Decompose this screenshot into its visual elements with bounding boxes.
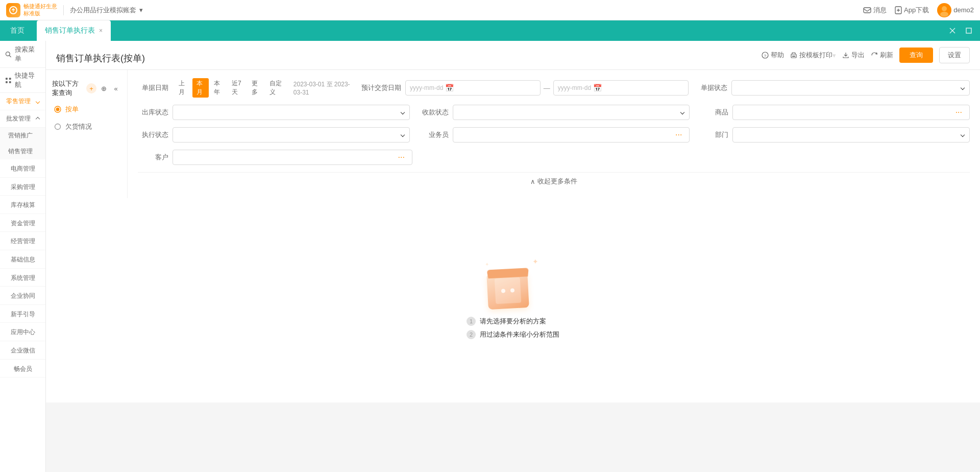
sidebar-item-wholesale[interactable]: 批发管理 [0, 110, 45, 128]
sidebar-item-ecommerce[interactable]: 电商管理 [0, 159, 45, 178]
print-button-group: 按模板打印 ▾ [790, 51, 836, 60]
sidebar-item-basic-info[interactable]: 基础信息 [0, 250, 45, 269]
filter-panel: 按以下方案查询 + ⊕ « 按单 欠货情况 [46, 70, 980, 198]
sidebar-search-label: 搜索菜单 [15, 45, 40, 63]
filter-add-scheme-icon[interactable]: + [86, 83, 96, 93]
sidebar-search[interactable]: 搜索菜单 [0, 41, 45, 68]
page-title: 销售订单执行表(按单) [56, 52, 145, 64]
date-tab-本月[interactable]: 本月 [192, 78, 209, 98]
date-tab-上月[interactable]: 上月 [175, 78, 191, 98]
select-dropdown-icon [400, 110, 404, 114]
filter-goods-item: 商品 ··· [698, 105, 970, 120]
empty-tips: 1 请先选择要分析的方案 2 用过滤条件来缩小分析范围 [467, 317, 559, 343]
filter-salesman-label: 业务员 [418, 130, 449, 139]
tab-close-icon[interactable]: × [99, 27, 103, 34]
print-button[interactable]: 按模板打印 [790, 51, 832, 60]
filter-salesman-select[interactable]: ··· [453, 127, 690, 143]
query-button[interactable]: 查询 [899, 48, 933, 63]
filter-date-label: 单据日期 [138, 83, 168, 92]
sidebar-sub-marketing[interactable]: 营销推广 [0, 128, 45, 144]
select-dropdown-icon [400, 133, 404, 137]
sidebar-sub-sales-mgmt[interactable]: 销售管理 [0, 144, 45, 159]
filter-forecast-start[interactable]: yyyy-mm-dd 📅 [405, 80, 541, 96]
empty-illustration: ✦ ✦ [482, 257, 544, 309]
sidebar-item-corp-wechat[interactable]: 企业微信 [0, 341, 45, 360]
svg-point-3 [942, 6, 947, 11]
filter-collapse-button[interactable]: ∧ 收起更多条件 [138, 172, 970, 190]
export-button[interactable]: 导出 [842, 51, 865, 60]
customer-more-icon[interactable]: ··· [396, 153, 407, 162]
filter-delivery-item: 出库状态 [138, 105, 410, 120]
chevron-icon [36, 99, 40, 103]
empty-tip-1: 1 请先选择要分析的方案 [467, 317, 559, 326]
svg-text:?: ? [764, 54, 767, 58]
sidebar-item-app-center[interactable]: 应用中心 [0, 323, 45, 341]
settings-button[interactable]: 设置 [939, 47, 970, 63]
tab-home[interactable]: 首页 [0, 20, 35, 41]
help-button[interactable]: ? 帮助 [762, 51, 784, 60]
filter-dept-item: 部门 [698, 127, 970, 143]
tab-close-window-icon[interactable] [945, 23, 960, 38]
salesman-more-icon[interactable]: ··· [673, 130, 684, 139]
topbar: 畅捷通好生意 标准版 办公用品行业模拟账套 ▾ 消息 App下载 demo2 [0, 0, 980, 20]
svg-rect-11 [9, 78, 11, 80]
tab-active[interactable]: 销售订单执行表 × [37, 20, 111, 41]
filter-payment-select[interactable] [453, 105, 690, 120]
filter-conditions: 单据日期 上月 本月 本年 近7天 更多 自定义 2023-03-01 至 20… [128, 70, 980, 198]
svg-rect-13 [9, 81, 11, 83]
svg-point-8 [6, 52, 10, 56]
svg-rect-10 [6, 78, 8, 80]
filter-forecast-label: 预计交货日期 [360, 83, 401, 92]
filter-exec-select[interactable] [173, 127, 410, 143]
filter-row-3: 执行状态 业务员 ··· [138, 127, 970, 143]
filter-goods-select[interactable]: ··· [732, 105, 970, 120]
filter-order-status-item: 单据状态 [697, 80, 970, 96]
message-button[interactable]: 消息 [863, 6, 887, 15]
filter-collapse-icon[interactable]: « [111, 83, 121, 93]
svg-rect-12 [6, 81, 8, 83]
filter-scheme-header: 按以下方案查询 + ⊕ « [46, 76, 127, 101]
goods-more-icon[interactable]: ··· [953, 108, 964, 117]
date-tab-自定义[interactable]: 自定义 [265, 78, 286, 98]
svg-point-19 [56, 108, 60, 111]
filter-delivery-select[interactable] [173, 105, 410, 120]
filter-dept-select[interactable] [732, 127, 970, 143]
filter-customer-label: 客户 [138, 153, 168, 162]
calendar-icon-start[interactable]: 📅 [445, 84, 454, 92]
filter-dept-label: 部门 [698, 130, 728, 139]
date-range-text: 2023-03-01 至 2023-03-31 [293, 80, 352, 96]
sidebar-item-newbie[interactable]: 新手引导 [0, 305, 45, 323]
scheme-item-欠货情况[interactable]: 欠货情况 [46, 118, 127, 135]
refresh-button[interactable]: 刷新 [871, 51, 893, 60]
empty-state: ✦ ✦ [46, 227, 980, 374]
sidebar-item-member[interactable]: 畅会员 [0, 360, 45, 378]
sidebar-item-purchase[interactable]: 采购管理 [0, 178, 45, 196]
filter-edit-scheme-icon[interactable]: ⊕ [99, 83, 109, 93]
filter-order-status-select[interactable] [731, 80, 970, 96]
sidebar-quick-nav[interactable]: 快捷导航 [0, 68, 45, 93]
filter-forecast-range: yyyy-mm-dd 📅 — yyyy-mm-dd 📅 [405, 80, 689, 96]
sidebar-item-inventory[interactable]: 库存核算 [0, 196, 45, 214]
sidebar-item-finance[interactable]: 资金管理 [0, 214, 45, 232]
sidebar-item-operations[interactable]: 经营管理 [0, 232, 45, 250]
sidebar-item-enterprise[interactable]: 企业协同 [0, 287, 45, 305]
tab-maximize-icon[interactable] [962, 23, 976, 38]
page-header: 销售订单执行表(按单) ? 帮助 按模板打印 ▾ [46, 41, 980, 70]
filter-customer-select[interactable]: ··· [173, 150, 412, 165]
sidebar-item-system[interactable]: 系统管理 [0, 269, 45, 287]
scheme-item-按单[interactable]: 按单 [46, 101, 127, 118]
date-tabs: 上月 本月 本年 近7天 更多 自定义 [175, 78, 286, 98]
date-tab-更多[interactable]: 更多 [248, 78, 264, 98]
filter-forecast-end[interactable]: yyyy-mm-dd 📅 [553, 80, 689, 96]
user-avatar[interactable]: demo2 [937, 3, 974, 17]
date-tab-本年[interactable]: 本年 [210, 78, 227, 98]
logo-icon [6, 3, 20, 17]
date-tab-近7天[interactable]: 近7天 [228, 78, 247, 98]
calendar-icon-end[interactable]: 📅 [593, 84, 602, 92]
filter-payment-label: 收款状态 [418, 108, 449, 117]
page-content: 销售订单执行表(按单) ? 帮助 按模板打印 ▾ [46, 41, 980, 472]
svg-rect-17 [792, 56, 795, 57]
app-download-button[interactable]: App下载 [895, 6, 929, 15]
sidebar-item-retail[interactable]: 零售管理 [0, 93, 45, 110]
topbar-dropdown-icon[interactable]: ▾ [139, 6, 143, 14]
